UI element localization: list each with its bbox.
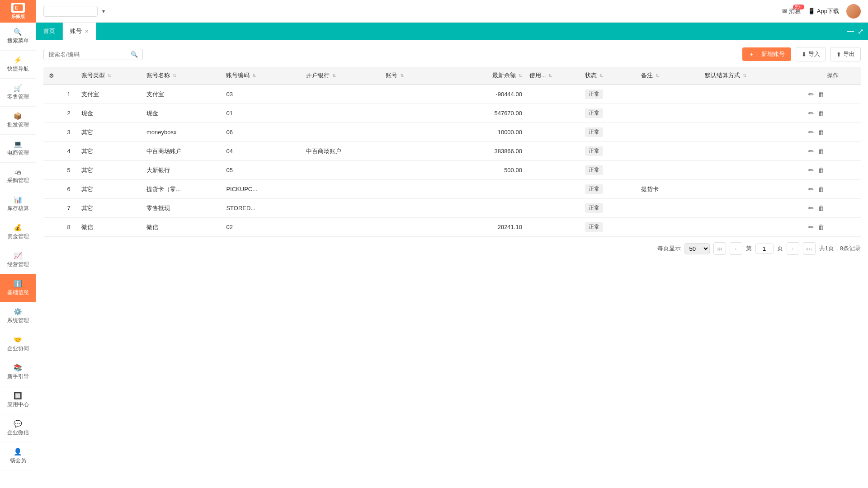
edit-icon-2[interactable]: ✏ xyxy=(808,128,814,136)
export-button[interactable]: ⬆ 导出 xyxy=(830,47,861,61)
col-type-header[interactable]: 账号类型 ⇅ xyxy=(78,67,143,84)
sidebar-item-ecommerce[interactable]: 💻 电商管理 xyxy=(0,135,36,163)
basic-info-icon: ℹ️ xyxy=(14,280,22,288)
avatar[interactable] xyxy=(846,4,861,19)
col-note-header[interactable]: 备注 ⇅ xyxy=(637,67,701,84)
sidebar-item-system-label: 系统管理 xyxy=(7,317,29,324)
col-name-header[interactable]: 账号名称 ⇅ xyxy=(143,67,222,84)
sidebar-item-system[interactable]: ⚙️ 系统管理 xyxy=(0,302,36,330)
row-note-4 xyxy=(637,161,701,180)
toolbar: 🔍 ＋ + 新增账号 ⬇ 导入 ⬆ 导出 xyxy=(43,47,861,61)
app-download-button[interactable]: 📱 App下载 xyxy=(808,7,839,15)
search-input[interactable] xyxy=(48,51,131,58)
sidebar-item-enterprise-collab[interactable]: 🤝 企业协同 xyxy=(0,330,36,358)
tabs-minimize-icon[interactable]: — xyxy=(847,27,854,35)
row-balance-1: 547670.00 xyxy=(446,104,525,123)
row-settlement-2 xyxy=(701,123,805,142)
row-status-4: 正常 xyxy=(581,161,637,180)
sidebar-item-app-center[interactable]: 🔲 应用中心 xyxy=(0,386,36,414)
sidebar-item-search[interactable]: 🔍 搜索菜单 xyxy=(0,23,36,51)
col-status-label: 状态 xyxy=(585,72,597,79)
enterprise-collab-icon: 🤝 xyxy=(14,336,22,344)
row-settlement-1 xyxy=(701,104,805,123)
delete-icon-0[interactable]: 🗑 xyxy=(818,90,825,98)
row-balance-6 xyxy=(446,199,525,218)
col-balance-header[interactable]: 最新余额 ⇅ xyxy=(446,67,525,84)
accounts-table: ⚙ 账号类型 ⇅ 账号名称 ⇅ 账号编码 ⇅ 开户银行 xyxy=(43,67,861,237)
tab-home[interactable]: 首页 xyxy=(36,23,63,40)
sidebar-item-finance[interactable]: 💰 资金管理 xyxy=(0,218,36,246)
sidebar-item-quicknav[interactable]: ⚡ 快捷导航 xyxy=(0,51,36,79)
edit-icon-0[interactable]: ✏ xyxy=(808,90,814,99)
sidebar-item-wholesale[interactable]: 📦 批发管理 xyxy=(0,107,36,135)
prev-page-button[interactable]: ‹ xyxy=(730,242,742,255)
pagination: 每页显示 50 100 ⏮ ‹ 第 页 › ⏭ 共1页，8条记录 xyxy=(43,237,861,255)
sidebar-item-member[interactable]: 👤 畅会员 xyxy=(0,442,36,470)
row-action-4: ✏ 🗑 xyxy=(805,161,861,180)
col-code-header[interactable]: 账号编码 ⇅ xyxy=(222,67,302,84)
table-row: 5 其它 大新银行 05 500.00 正常 ✏ 🗑 xyxy=(43,161,861,180)
next-page-button[interactable]: › xyxy=(787,242,799,255)
edit-icon-5[interactable]: ✏ xyxy=(808,185,814,193)
search-icon[interactable]: 🔍 xyxy=(131,51,138,58)
delete-icon-7[interactable]: 🗑 xyxy=(818,223,825,231)
row-name-5: 提货卡（零... xyxy=(143,180,222,199)
delete-icon-3[interactable]: 🗑 xyxy=(818,147,825,155)
main-content: ▾ ✉ 消息 99+ 📱 App下载 首页 账号 ✕ xyxy=(36,0,868,488)
sidebar-item-inventory[interactable]: 📊 库存核算 xyxy=(0,190,36,218)
first-page-button[interactable]: ⏮ xyxy=(713,242,726,255)
sidebar-item-enterprise-wechat[interactable]: 💬 企业微信 xyxy=(0,414,36,442)
page-size-select[interactable]: 50 100 xyxy=(684,243,710,254)
delete-icon-5[interactable]: 🗑 xyxy=(818,185,825,193)
total-info: 共1页，8条记录 xyxy=(819,244,861,253)
row-action-6: ✏ 🗑 xyxy=(805,199,861,218)
edit-icon-4[interactable]: ✏ xyxy=(808,166,814,174)
col-settings[interactable]: ⚙ xyxy=(43,67,60,84)
row-code-0: 03 xyxy=(222,84,302,104)
row-use-6 xyxy=(526,199,582,218)
topbar-search-input[interactable] xyxy=(43,6,98,17)
col-status-header[interactable]: 状态 ⇅ xyxy=(581,67,637,84)
operations-icon: 📈 xyxy=(14,252,22,260)
delete-icon-4[interactable]: 🗑 xyxy=(818,166,825,174)
tab-account-close-icon[interactable]: ✕ xyxy=(85,28,89,34)
last-page-button[interactable]: ⏭ xyxy=(803,242,816,255)
edit-icon-7[interactable]: ✏ xyxy=(808,223,814,231)
add-account-button[interactable]: ＋ + 新增账号 xyxy=(742,47,791,61)
sidebar-item-retail[interactable]: 🛒 零售管理 xyxy=(0,79,36,107)
col-use-header[interactable]: 使用... ⇅ xyxy=(526,67,582,84)
search-menu-icon: 🔍 xyxy=(14,28,22,36)
col-settlement-header[interactable]: 默认结算方式 ⇅ xyxy=(701,67,805,84)
edit-icon-3[interactable]: ✏ xyxy=(808,147,814,155)
col-bank-header[interactable]: 开户银行 ⇅ xyxy=(302,67,382,84)
enterprise-wechat-icon: 💬 xyxy=(14,420,22,428)
logo-icon: E xyxy=(11,3,25,13)
delete-icon-6[interactable]: 🗑 xyxy=(818,204,825,212)
edit-icon-1[interactable]: ✏ xyxy=(808,109,814,117)
row-settings-5 xyxy=(43,180,60,199)
sidebar-item-operations[interactable]: 📈 经营管理 xyxy=(0,246,36,274)
tab-account[interactable]: 账号 ✕ xyxy=(63,23,96,40)
row-bank-2 xyxy=(302,123,382,142)
sidebar: E 乐账版 🔍 搜索菜单 ⚡ 快捷导航 🛒 零售管理 📦 批发管理 💻 电商管理… xyxy=(0,0,36,488)
page-input[interactable] xyxy=(755,244,774,254)
message-button[interactable]: ✉ 消息 99+ xyxy=(782,7,801,15)
inventory-icon: 📊 xyxy=(14,196,22,204)
tabs-maximize-icon[interactable]: ⤢ xyxy=(858,27,863,36)
delete-icon-1[interactable]: 🗑 xyxy=(818,109,825,117)
import-button[interactable]: ⬇ 导入 xyxy=(796,47,826,61)
app-name: 乐账版 xyxy=(11,14,25,20)
row-use-2 xyxy=(526,123,582,142)
edit-icon-6[interactable]: ✏ xyxy=(808,204,814,212)
sidebar-item-purchase[interactable]: 🛍 采购管理 xyxy=(0,163,36,190)
delete-icon-2[interactable]: 🗑 xyxy=(818,128,825,136)
import-label: 导入 xyxy=(808,50,820,58)
sidebar-item-basic-info[interactable]: ℹ️ 基础信息 xyxy=(0,274,36,302)
sidebar-item-beginner-guide[interactable]: 📚 新手引导 xyxy=(0,358,36,386)
col-account-header[interactable]: 账号 ⇅ xyxy=(382,67,446,84)
purchase-icon: 🛍 xyxy=(14,168,21,176)
tabs-bar: 首页 账号 ✕ — ⤢ xyxy=(36,23,868,40)
row-account-2 xyxy=(382,123,446,142)
topbar-dropdown[interactable]: ▾ xyxy=(102,8,105,14)
message-icon: ✉ xyxy=(782,8,787,14)
